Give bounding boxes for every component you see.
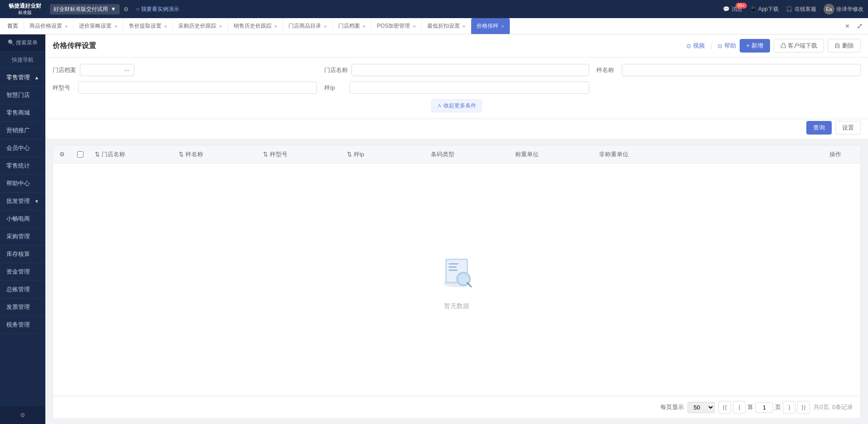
first-page-button[interactable]: ⟨⟨ xyxy=(718,401,731,414)
close-icon[interactable]: × xyxy=(114,24,117,29)
sidebar-search[interactable]: 🔍 搜索菜单 xyxy=(0,34,45,52)
chevron-down-icon: ▼ xyxy=(34,199,39,204)
scale-model-label: 秤型号 xyxy=(53,84,74,92)
store-file-selector[interactable]: ··· xyxy=(80,64,134,76)
form-button-row: 查询 设置 xyxy=(45,119,868,140)
sidebar-quick-nav[interactable]: 快捷导航 xyxy=(0,53,45,67)
delete-button[interactable]: 自 删除 xyxy=(828,39,861,53)
page-unit: 页 xyxy=(775,403,781,411)
pagination-bar: 每页显示 20 50 100 ⟨⟨ ⟨ xyxy=(53,396,860,418)
tab-bar: 首页 商品价格设置 × 进价策略设置 × 售价提取设置 × 采购历史价跟踪 × … xyxy=(0,18,868,34)
sidebar-item-smart-store[interactable]: 智慧门店 xyxy=(0,87,45,104)
scale-ip-field: 秤ip xyxy=(324,82,589,94)
sidebar-item-purchase-manage[interactable]: 采购管理 xyxy=(0,228,45,246)
close-icon[interactable]: × xyxy=(363,24,366,29)
add-button[interactable]: + 新增 xyxy=(740,39,770,53)
th-barcode-type: 条码类型 xyxy=(425,146,509,163)
help-link[interactable]: ⊙ 帮助 xyxy=(717,42,736,50)
form-row-1: 门店档案 ··· 门店名称 秤名称 xyxy=(53,64,861,76)
video-link[interactable]: ⊙ 视频 xyxy=(686,42,705,50)
sidebar-item-small-ecommerce[interactable]: 小畅电商 xyxy=(0,210,45,228)
select-all-checkbox[interactable] xyxy=(77,151,83,158)
sidebar-item-retail-mall[interactable]: 零售商城 xyxy=(0,104,45,122)
page-size-select[interactable]: 20 50 100 xyxy=(688,402,715,413)
scale-name-input[interactable] xyxy=(622,64,861,76)
close-icon[interactable]: × xyxy=(413,24,415,29)
sidebar-item-retail-manage[interactable]: 零售管理 ▲ xyxy=(0,69,45,87)
help-icon: ⊙ xyxy=(717,43,722,49)
sidebar: 🔍 搜索菜单 快捷导航 零售管理 ▲ 智慧门店 零售商城 营销推广 xyxy=(0,34,45,424)
close-icon[interactable]: × xyxy=(219,24,222,29)
tab-close-all-icon[interactable]: × xyxy=(842,20,853,32)
avatar: Ea xyxy=(824,4,834,14)
scale-model-input[interactable] xyxy=(78,82,317,94)
tab-store-file[interactable]: 门店档案 × xyxy=(333,18,371,34)
close-icon[interactable]: × xyxy=(324,24,327,29)
sidebar-item-invoice-manage[interactable]: 发票管理 xyxy=(0,299,45,316)
form-actions: ∧ 收起更多条件 xyxy=(53,99,861,112)
sidebar-item-help-center[interactable]: 帮助中心 xyxy=(0,175,45,193)
tab-price-scale[interactable]: 价格传秤 × xyxy=(471,18,510,34)
store-file-label: 门店档案 xyxy=(53,66,76,74)
close-icon[interactable]: × xyxy=(164,24,167,29)
tab-sale-history[interactable]: 销售历史价跟踪 × xyxy=(228,18,283,34)
main-layout: 🔍 搜索菜单 快捷导航 零售管理 ▲ 智慧门店 零售商城 营销推广 xyxy=(0,34,868,424)
user-area[interactable]: Ea 徐泽华修改 xyxy=(824,4,863,14)
settings-button[interactable]: 设置 xyxy=(835,121,861,135)
sidebar-bottom: ⚙ xyxy=(0,406,45,424)
env-selector[interactable]: 好业财标准版交付试用 ▼ xyxy=(50,4,120,14)
demo-link[interactable]: 我要看实例演示 xyxy=(136,5,179,13)
th-scale-name: ⇅ 秤名称 xyxy=(173,146,257,163)
sidebar-item-tax-manage[interactable]: 税务管理 xyxy=(0,316,45,334)
table-area: ⚙ ⇅ 门店名称 ⇅ 秤名称 xyxy=(45,140,868,424)
sidebar-menu: 零售管理 ▲ 智慧门店 零售商城 营销推广 会员中心 零售统计 xyxy=(0,69,45,334)
sort-icon: ⇅ xyxy=(347,151,352,158)
page-input[interactable] xyxy=(755,402,773,413)
close-icon[interactable]: × xyxy=(463,24,465,29)
query-button[interactable]: 查询 xyxy=(806,121,832,135)
tab-restore-icon[interactable]: ⤢ xyxy=(853,20,866,32)
message-button[interactable]: 💬 消息 99+ xyxy=(723,5,742,13)
last-page-button[interactable]: ⟩⟩ xyxy=(797,401,810,414)
tab-sale-extract[interactable]: 售价提取设置 × xyxy=(123,18,173,34)
logo-title: 畅捷通好业财 xyxy=(9,3,41,10)
tab-goods-price[interactable]: 商品价格设置 × xyxy=(24,18,73,34)
tab-home[interactable]: 首页 xyxy=(2,18,24,34)
close-icon[interactable]: × xyxy=(501,24,504,29)
app-download-button[interactable]: 📱 App下载 xyxy=(750,5,779,13)
sidebar-item-retail-stats[interactable]: 零售统计 xyxy=(0,157,45,175)
online-service-button[interactable]: 🎧 在线客服 xyxy=(786,5,816,13)
sidebar-item-marketing[interactable]: 营销推广 xyxy=(0,122,45,140)
user-name: 徐泽华修改 xyxy=(836,5,863,13)
collapse-button[interactable]: ∧ 收起更多条件 xyxy=(431,99,482,112)
scale-ip-input[interactable] xyxy=(350,82,589,94)
th-gear[interactable]: ⚙ xyxy=(53,146,71,162)
scale-name-label: 秤名称 xyxy=(596,66,618,74)
tab-purchase-history[interactable]: 采购历史价跟踪 × xyxy=(173,18,228,34)
data-table: ⚙ ⇅ 门店名称 ⇅ 秤名称 xyxy=(53,145,861,419)
tab-pos-manage[interactable]: POS加密管理 × xyxy=(371,18,422,34)
prev-page-button[interactable]: ⟨ xyxy=(733,401,746,414)
tab-min-discount[interactable]: 最低折扣设置 × xyxy=(422,18,471,34)
sidebar-item-inventory[interactable]: 库存核算 xyxy=(0,246,45,263)
close-icon[interactable]: × xyxy=(65,24,68,29)
sidebar-item-batch-manage[interactable]: 批发管理 ▼ xyxy=(0,193,45,210)
tab-store-catalog[interactable]: 门店商品目录 × xyxy=(283,18,332,34)
sidebar-item-finance[interactable]: 资金管理 xyxy=(0,263,45,281)
sidebar-item-member-center[interactable]: 会员中心 xyxy=(0,140,45,157)
th-non-weight-unit: 非称重单位 xyxy=(594,146,824,163)
env-gear-icon[interactable]: ⚙ xyxy=(123,6,129,13)
store-name-label: 门店名称 xyxy=(324,66,348,74)
svg-rect-8 xyxy=(449,270,458,271)
th-checkbox[interactable] xyxy=(71,147,89,162)
tab-purchase-strategy[interactable]: 进价策略设置 × xyxy=(73,18,123,34)
store-name-input[interactable] xyxy=(351,64,589,76)
search-form: 门店档案 ··· 门店名称 秤名称 xyxy=(45,58,868,119)
download-button[interactable]: 凸 客户端下载 xyxy=(774,39,824,53)
sort-icon: ⇅ xyxy=(179,151,184,158)
sidebar-item-general-ledger[interactable]: 总账管理 xyxy=(0,281,45,299)
svg-rect-7 xyxy=(449,266,457,268)
sidebar-gear-button[interactable]: ⚙ xyxy=(0,406,45,424)
next-page-button[interactable]: ⟩ xyxy=(783,401,795,414)
close-icon[interactable]: × xyxy=(274,24,277,29)
